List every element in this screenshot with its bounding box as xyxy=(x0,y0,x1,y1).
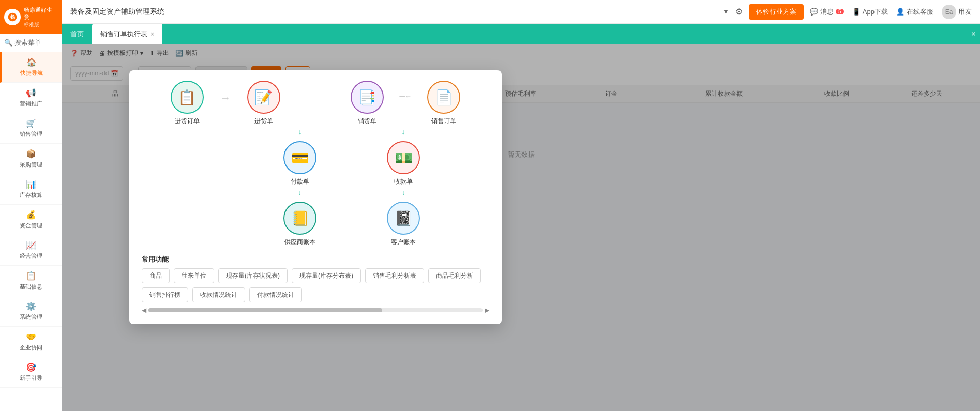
func-btn-contacts[interactable]: 往来单位 xyxy=(174,268,214,283)
user-avatar: Ea xyxy=(942,5,956,19)
service-icon: 👤 xyxy=(896,8,904,16)
sidebar-item-system[interactable]: ⚙️ 系统管理 xyxy=(0,296,62,327)
sidebar-item-operations[interactable]: 📈 经营管理 xyxy=(0,235,62,266)
scroll-thumb xyxy=(148,308,382,312)
func-btn-goods[interactable]: 商品 xyxy=(142,268,170,283)
purchase-icon: 📦 xyxy=(26,149,36,159)
receipt-icon: 💵 xyxy=(387,141,420,174)
flow-node-payment[interactable]: ↓ 💳 付款单 xyxy=(269,128,331,186)
top-header: 装备及固定资产辅助管理系统 ▼ ⚙ 体验行业方案 💬 消息 5 📱 App下载 … xyxy=(62,0,980,24)
func-btn-stock-status[interactable]: 现存量(库存状况表) xyxy=(218,268,288,283)
arrow-left-dashed: - - - - ← xyxy=(398,92,413,100)
sidebar-item-enterprise[interactable]: 🤝 企业协同 xyxy=(0,327,62,357)
scroll-left-arrow[interactable]: ◀ xyxy=(142,307,146,314)
sidebar-item-finance[interactable]: 💰 资金管理 xyxy=(0,205,62,235)
content-area: ❓ 帮助 🖨 按模板打印 ▾ ⬆ 导出 🔄 刷新 xyxy=(62,44,980,411)
scroll-right-arrow[interactable]: ▶ xyxy=(485,307,489,314)
func-btn-row-1: 商品 往来单位 现存量(库存状况表) 现存量(库存分布表) 销售毛利分析表 商品… xyxy=(142,268,489,283)
sidebar-item-quick-nav[interactable]: 🏠 快捷导航 xyxy=(0,52,62,83)
online-service-btn[interactable]: 👤 在线客服 xyxy=(896,7,933,17)
tab-home[interactable]: 首页 xyxy=(62,24,92,44)
sidebar-item-sales[interactable]: 🛒 销售管理 xyxy=(0,113,62,144)
trial-btn[interactable]: 体验行业方案 xyxy=(749,4,804,20)
search-icon: 🔍 xyxy=(4,39,12,47)
operations-icon: 📈 xyxy=(26,240,36,250)
svg-text:畅: 畅 xyxy=(10,14,14,20)
basic-info-icon: 📋 xyxy=(26,271,36,281)
marketing-icon: 📢 xyxy=(26,88,36,98)
tab-bar-close-btn[interactable]: × xyxy=(971,29,976,39)
flow-node-supplier-ledger[interactable]: ↓ 📒 供应商账本 xyxy=(269,188,331,247)
sidebar-search[interactable]: 🔍 搜索菜单 xyxy=(0,34,62,52)
sales-order2-icon: 📄 xyxy=(427,81,460,114)
enterprise-icon: 🤝 xyxy=(26,332,36,342)
func-btn-goods-margin[interactable]: 商品毛利分析 xyxy=(428,268,481,283)
flow-node-customer-ledger[interactable]: ↓ 📓 客户账本 xyxy=(372,188,434,247)
newcomer-icon: 🎯 xyxy=(26,362,36,372)
flow-diagram: 📋 进货订单 → 📝 进货单 xyxy=(142,81,489,247)
sidebar-logo: 畅 畅康通好生意 标准版 xyxy=(0,0,62,34)
download-icon: 📱 xyxy=(852,8,861,16)
sidebar-item-basic-info[interactable]: 📋 基础信息 xyxy=(0,266,62,296)
func-btn-stock-dist[interactable]: 现存量(库存分布表) xyxy=(292,268,361,283)
common-funcs-title: 常用功能 xyxy=(142,255,489,264)
header-right: 💬 消息 5 📱 App下载 👤 在线客服 Ea 用友 xyxy=(810,5,972,19)
home-icon: 🏠 xyxy=(26,57,37,67)
quick-nav-modal: 📋 进货订单 → 📝 进货单 xyxy=(129,70,502,324)
sales-icon: 🛒 xyxy=(26,118,36,128)
sidebar-nav: 🏠 快捷导航 📢 营销推广 🛒 销售管理 📦 采购管理 📊 库存核算 💰 xyxy=(0,52,62,411)
user-menu[interactable]: Ea 用友 xyxy=(942,5,972,19)
arrow-right-1: → xyxy=(218,92,233,104)
flow-node-receipt[interactable]: ↓ 💵 收款单 xyxy=(372,128,434,186)
logo-icon: 畅 xyxy=(4,9,21,25)
purchase-order-icon: 📋 xyxy=(171,81,204,114)
message-icon: 💬 xyxy=(810,8,818,16)
system-icon: ⚙️ xyxy=(26,301,36,311)
func-btn-sales-rank[interactable]: 销售排行榜 xyxy=(142,287,188,302)
func-btn-sales-margin[interactable]: 销售毛利分析表 xyxy=(365,268,424,283)
payment-icon: 💳 xyxy=(283,141,316,174)
sidebar-item-marketing[interactable]: 📢 营销推广 xyxy=(0,83,62,113)
arrow-down-customer: ↓ xyxy=(402,188,405,196)
sidebar-item-inventory[interactable]: 📊 库存核算 xyxy=(0,174,62,205)
main-area: 装备及固定资产辅助管理系统 ▼ ⚙ 体验行业方案 💬 消息 5 📱 App下载 … xyxy=(62,0,980,411)
flow-node-sales-order[interactable]: 📑 销货单 xyxy=(336,81,398,126)
sidebar-item-newcomer[interactable]: 🎯 新手引导 xyxy=(0,357,62,388)
arrow-down-supplier: ↓ xyxy=(298,188,302,196)
tab-bar: 首页 销售订单执行表 × × xyxy=(62,24,980,44)
scroll-track[interactable] xyxy=(148,308,483,312)
supplier-ledger-icon: 📒 xyxy=(283,202,316,235)
app-download-btn[interactable]: 📱 App下载 xyxy=(852,7,888,17)
modal-scrollbar: ◀ ▶ xyxy=(142,307,489,314)
message-btn[interactable]: 💬 消息 5 xyxy=(810,7,844,17)
sales-order-icon: 📑 xyxy=(351,81,384,114)
header-title: 装备及固定资产辅助管理系统 xyxy=(70,7,716,17)
func-btn-payment-stats[interactable]: 付款情况统计 xyxy=(249,287,302,302)
finance-icon: 💰 xyxy=(26,210,36,220)
dropdown-arrow[interactable]: ▼ xyxy=(722,8,729,16)
purchase-receipt-icon: 📝 xyxy=(247,81,280,114)
inventory-icon: 📊 xyxy=(26,179,36,189)
flow-node-purchase-order[interactable]: 📋 进货订单 xyxy=(156,81,218,126)
arrow-down-receipt: ↓ xyxy=(402,128,405,136)
tab-sales-order-exec[interactable]: 销售订单执行表 × xyxy=(92,24,162,44)
arrow-down-payment: ↓ xyxy=(298,128,302,136)
tab-close-icon[interactable]: × xyxy=(150,31,154,38)
settings-icon[interactable]: ⚙ xyxy=(735,7,743,17)
logo-text: 畅康通好生意 标准版 xyxy=(24,6,57,28)
customer-ledger-icon: 📓 xyxy=(387,202,420,235)
common-functions-section: 常用功能 商品 往来单位 现存量(库存状况表) 现存量(库存分布表) 销售毛利分… xyxy=(142,255,489,302)
func-btn-row-2: 销售排行榜 收款情况统计 付款情况统计 xyxy=(142,287,489,302)
sidebar: 畅 畅康通好生意 标准版 🔍 搜索菜单 🏠 快捷导航 📢 营销推广 🛒 销售管理 xyxy=(0,0,62,411)
func-btn-receipt-stats[interactable]: 收款情况统计 xyxy=(192,287,245,302)
sidebar-item-purchase[interactable]: 📦 采购管理 xyxy=(0,144,62,174)
flow-node-sales-order2[interactable]: 📄 销售订单 xyxy=(413,81,475,126)
flow-node-purchase-receipt[interactable]: 📝 进货单 xyxy=(233,81,295,126)
